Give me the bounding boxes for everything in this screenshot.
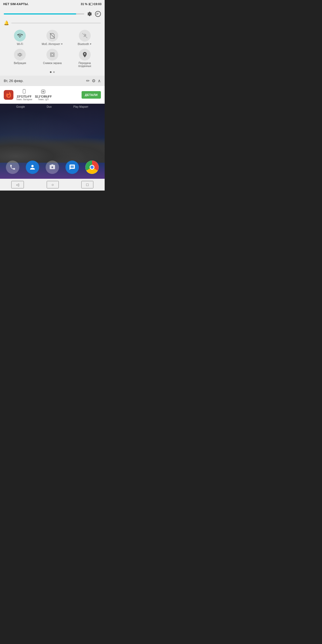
svg-rect-3 bbox=[19, 53, 21, 56]
messages-icon bbox=[69, 164, 75, 170]
settings-icon[interactable]: ⚙ bbox=[92, 78, 96, 83]
screenshot-icon bbox=[49, 51, 56, 58]
battery-temp-detail: 23°C/73,4°F Темп. батареи bbox=[16, 89, 32, 101]
app-dock bbox=[0, 161, 105, 174]
navigation-bar: ◁ ○ □ bbox=[0, 179, 105, 191]
volume-icon: 🔔 bbox=[4, 20, 9, 25]
date-row: Вт, 26 февр. ✏ ⚙ ∧ bbox=[0, 76, 105, 86]
cpu-temp-value: 32,1°C/89,8°F bbox=[35, 95, 52, 98]
mobile-data-label: Моб. Интернет ▼ bbox=[42, 43, 63, 46]
location-icon-wrap[interactable] bbox=[79, 49, 91, 61]
clock: 19:03 bbox=[94, 2, 101, 6]
screenshot-label: Снимок экрана bbox=[43, 62, 62, 65]
contacts-icon bbox=[29, 164, 36, 171]
dock-label-google: Google bbox=[16, 105, 25, 108]
bluetooth-toggle[interactable]: Bluetooth ▼ bbox=[73, 30, 97, 46]
screenshot-toggle[interactable]: Снимок экрана bbox=[40, 49, 64, 68]
wifi-icon-wrap[interactable] bbox=[14, 30, 26, 42]
vibration-toggle[interactable]: Вибрация bbox=[8, 49, 32, 68]
auto-brightness-button[interactable]: A bbox=[95, 11, 101, 17]
svg-rect-11 bbox=[51, 54, 53, 56]
mobile-data-toggle[interactable]: Моб. Интернет ▼ bbox=[40, 30, 64, 46]
sim-off-icon bbox=[49, 33, 55, 39]
battery-temp-value: 23°C/73,4°F bbox=[16, 95, 32, 98]
svg-rect-10 bbox=[50, 53, 54, 57]
cpu-temp-icon bbox=[40, 89, 46, 95]
wifi-toggle[interactable]: Wi-Fi bbox=[8, 30, 32, 46]
bluetooth-dropdown[interactable]: ▼ bbox=[90, 43, 92, 45]
location-label: Передача геоданных bbox=[73, 62, 97, 68]
rocks-decoration bbox=[0, 131, 105, 163]
dock-contacts-app[interactable] bbox=[26, 161, 39, 174]
battery-temp-label: Темп. батареи bbox=[16, 98, 32, 101]
battery-icon bbox=[89, 3, 93, 5]
home-button[interactable]: ○ bbox=[47, 181, 58, 188]
brightness-settings-icon[interactable] bbox=[86, 11, 93, 17]
wifi-label: Wi-Fi bbox=[17, 43, 23, 46]
location-toggle[interactable]: Передача геоданных bbox=[73, 49, 97, 68]
status-bar: НЕТ SIM-КАРТЫ. 31 % 19:03 bbox=[0, 0, 105, 8]
dock-label-play: Play Маркет bbox=[73, 105, 88, 108]
quick-toggle-row-2: Вибрация Снимок экрана Передача геоданны… bbox=[4, 47, 101, 69]
dock-label-duo: Duo bbox=[47, 105, 52, 108]
page-indicator bbox=[4, 69, 101, 76]
notification-banner: 23°C/73,4°F Темп. батареи bbox=[0, 86, 105, 104]
wifi-icon bbox=[17, 33, 23, 39]
dock-messages-app[interactable] bbox=[65, 161, 79, 174]
back-button[interactable]: ◁ bbox=[11, 181, 24, 188]
mobile-data-dropdown[interactable]: ▼ bbox=[61, 43, 63, 45]
page-dot-2[interactable] bbox=[53, 71, 55, 73]
dock-phone-app[interactable] bbox=[6, 161, 19, 174]
dock-labels: Google Duo Play Маркет bbox=[0, 104, 105, 110]
notif-app-icon bbox=[4, 90, 13, 100]
dock-chrome-app[interactable] bbox=[85, 161, 99, 174]
home-screen: Google Duo Play Маркет bbox=[0, 104, 105, 179]
brightness-row: A bbox=[4, 10, 101, 19]
bluetooth-label: Bluetooth ▼ bbox=[78, 43, 92, 46]
date-text: Вт, 26 февр. bbox=[4, 79, 84, 83]
cpu-temp-detail: 32,1°C/89,8°F Темп. ЦП bbox=[35, 89, 52, 101]
sim-status: НЕТ SIM-КАРТЫ. bbox=[3, 2, 29, 6]
status-bar-right: 31 % 19:03 bbox=[81, 2, 101, 6]
camera-icon bbox=[49, 164, 56, 170]
location-icon bbox=[82, 51, 88, 58]
collapse-icon[interactable]: ∧ bbox=[98, 78, 101, 83]
sound-row: 🔔 bbox=[4, 19, 101, 28]
vibration-icon bbox=[17, 51, 23, 58]
recents-button[interactable]: □ bbox=[81, 181, 93, 188]
svg-rect-16 bbox=[43, 91, 44, 92]
screenshot-icon-wrap[interactable] bbox=[46, 49, 58, 61]
notif-content: 23°C/73,4°F Темп. батареи bbox=[16, 89, 79, 101]
page-dot-1[interactable] bbox=[50, 71, 52, 73]
vibration-icon-wrap[interactable] bbox=[14, 49, 26, 61]
quick-toggle-row-1: Wi-Fi Моб. Интернет ▼ bbox=[4, 28, 101, 47]
edit-icon[interactable]: ✏ bbox=[86, 78, 90, 83]
mobile-data-icon-wrap[interactable] bbox=[46, 30, 58, 42]
dock-camera-app[interactable] bbox=[46, 161, 59, 174]
battery-temp-icon bbox=[21, 89, 27, 95]
bluetooth-icon-wrap[interactable] bbox=[79, 30, 91, 42]
svg-rect-12 bbox=[23, 90, 25, 94]
phone-icon bbox=[9, 164, 16, 170]
vibration-label: Вибрация bbox=[14, 62, 26, 65]
cpu-temp-label: Темп. ЦП bbox=[35, 98, 52, 101]
details-button[interactable]: ДЕТАЛИ bbox=[82, 91, 101, 99]
volume-slider[interactable] bbox=[11, 23, 101, 24]
brightness-slider[interactable] bbox=[4, 13, 84, 14]
bluetooth-off-icon bbox=[82, 33, 88, 39]
flame-icon bbox=[5, 91, 12, 98]
battery-percentage: 31 % bbox=[81, 2, 87, 6]
quick-settings-panel: A 🔔 Wi-Fi bbox=[0, 8, 105, 76]
